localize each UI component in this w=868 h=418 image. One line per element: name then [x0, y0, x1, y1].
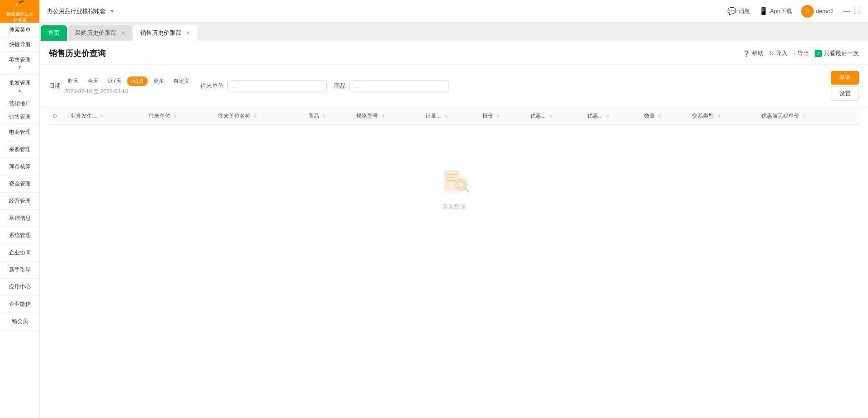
sort-icon-9: ⇅ [606, 114, 609, 119]
app-name: 畅捷通好生意 [6, 11, 33, 17]
th-price[interactable]: 报价 ⇅ [479, 108, 527, 125]
unit-input[interactable]: ... [227, 81, 327, 91]
pill-1month[interactable]: 近1月 [127, 76, 148, 86]
th-unit-measure[interactable]: 计量... ⇅ [422, 108, 479, 125]
pill-more[interactable]: 更多 [150, 76, 168, 86]
goods-placeholder: ... [354, 83, 359, 89]
topbar-title: 办公用品行业模拟账套 [47, 7, 106, 15]
tab-sales-label: 销售历史价跟踪 [140, 29, 181, 37]
sidebar-label-wechat: 企业微信 [9, 300, 31, 308]
th-unit[interactable]: 往来单位 ⇅ [145, 108, 214, 125]
maximize-button[interactable]: ⛶ [854, 7, 861, 15]
sidebar-item-wholesale[interactable]: 批发管理 ▲ [0, 75, 39, 97]
sidebar-item-enterprise[interactable]: 企业协同 [0, 244, 39, 261]
settings-button[interactable]: 设置 [831, 86, 859, 101]
sidebar-label-enterprise: 企业协同 [9, 249, 31, 256]
sort-icon-12: ⇅ [802, 114, 806, 119]
tab-purchase-history[interactable]: 采购历史价跟踪 ✕ [68, 25, 132, 41]
empty-text: 暂无数据 [442, 203, 466, 211]
sidebar-group-wechat: 企业微信 [0, 296, 39, 313]
sidebar-item-marketing[interactable]: 营销推广 [0, 97, 39, 110]
sidebar-item-retail[interactable]: 零售管理 ▼ [0, 52, 39, 74]
tab-home[interactable]: 首页 [41, 25, 67, 41]
gear-icon[interactable]: ⚙ [52, 113, 57, 119]
sidebar-item-appcenter[interactable]: 应用中心 [0, 279, 39, 295]
th-trade-type-label: 交易类型 [692, 113, 714, 119]
sidebar: 🍊 畅捷通好生意 标准版 搜索菜单 快捷导航 零售管理 ▼ 批发管理 ▲ 营销推… [0, 0, 40, 418]
sort-icon-6: ⇅ [444, 114, 448, 119]
th-pre-discount-price[interactable]: 优惠前无税单价 ⇅ [758, 108, 859, 125]
sidebar-label-member: 畅会员 [12, 318, 28, 325]
sort-icon-4: ⇅ [322, 114, 326, 119]
tab-sales-history[interactable]: 销售历史价跟踪 ✕ [133, 25, 197, 41]
sidebar-item-guide[interactable]: 新手引导 [0, 261, 39, 278]
th-goods-label: 商品 [308, 113, 319, 119]
sidebar-group-enterprise: 企业协同 [0, 244, 39, 261]
pill-custom[interactable]: 自定义 [170, 76, 193, 86]
th-qty[interactable]: 数量 ⇅ [641, 108, 689, 125]
sidebar-label-purchase: 采购管理 [9, 146, 31, 153]
export-button[interactable]: ↑ 导出 [793, 49, 810, 57]
app-download-button[interactable]: 📱 App下载 [759, 7, 792, 15]
user-profile[interactable]: D demo2 [801, 5, 834, 18]
export-label: 导出 [797, 49, 809, 57]
tab-purchase-label: 采购历史价跟踪 [75, 29, 116, 37]
sidebar-group-wholesale: 批发管理 ▲ 营销推广 销售管理 [0, 75, 39, 124]
sidebar-item-wechat[interactable]: 企业微信 [0, 296, 39, 313]
sidebar-label-finance: 资金管理 [9, 180, 31, 188]
topbar-dropdown-icon[interactable]: ▼ [109, 8, 115, 14]
th-spec-label: 规格型号 [356, 113, 378, 119]
pill-today[interactable]: 今天 [84, 76, 102, 86]
goods-input[interactable]: ... [349, 81, 449, 91]
sidebar-group-management: 经营管理 [0, 193, 39, 210]
tab-sales-close-icon[interactable]: ✕ [186, 30, 190, 36]
svg-rect-4 [447, 180, 456, 181]
svg-rect-3 [447, 177, 455, 178]
sidebar-item-management[interactable]: 经营管理 [0, 193, 39, 209]
logo-icon: 🍊 [14, 0, 25, 11]
sidebar-item-finance[interactable]: 资金管理 [0, 176, 39, 192]
data-table: ⚙ 业务发生... ⇅ 往来单位 ⇅ 往来单位名称 ⇅ [49, 108, 859, 125]
sidebar-label-wholesale: 批发管理 [9, 79, 31, 87]
th-trade-type[interactable]: 交易类型 ⇅ [689, 108, 758, 125]
sidebar-item-inventory[interactable]: 库存核算 [0, 158, 39, 175]
th-settings: ⚙ [49, 108, 67, 125]
query-button[interactable]: 查询 [831, 71, 859, 85]
import-button[interactable]: ↻ 导入 [769, 49, 788, 57]
search-menu[interactable]: 搜索菜单 [0, 23, 39, 38]
empty-state: 暂无数据 [40, 125, 868, 247]
th-unit-name[interactable]: 往来单位名称 ⇅ [214, 108, 305, 125]
sidebar-label-appcenter: 应用中心 [9, 283, 31, 291]
filter-buttons: 查询 设置 [831, 71, 859, 101]
sidebar-group-appcenter: 应用中心 [0, 279, 39, 296]
th-discount1[interactable]: 优惠... ⇅ [527, 108, 584, 125]
tab-purchase-close-icon[interactable]: ✕ [121, 30, 125, 36]
help-label: 帮助 [752, 49, 764, 57]
th-goods[interactable]: 商品 ⇅ [305, 108, 353, 125]
sidebar-item-sales-mgmt[interactable]: 销售管理 [0, 110, 39, 124]
only-last-toggle[interactable]: ✓ 只看最后一次 [815, 49, 859, 57]
help-button[interactable]: ❓ 帮助 [743, 49, 764, 57]
shortcut-nav[interactable]: 快捷导航 [0, 38, 39, 52]
sidebar-item-purchase[interactable]: 采购管理 [0, 141, 39, 158]
sort-icon-3: ⇅ [253, 114, 257, 119]
sidebar-item-system[interactable]: 系统管理 [0, 227, 39, 244]
sort-icon-11: ⇅ [717, 114, 721, 119]
minimize-button[interactable]: — [843, 7, 850, 15]
filter-goods: 商品 ... [334, 81, 449, 91]
window-controls: — ⛶ [843, 7, 861, 15]
sidebar-item-member[interactable]: 畅会员 [0, 313, 39, 330]
sidebar-group-inventory: 库存核算 [0, 158, 39, 176]
sidebar-item-ecommerce[interactable]: 电商管理 [0, 124, 39, 141]
pill-yesterday[interactable]: 昨天 [64, 76, 82, 86]
tab-home-label: 首页 [48, 29, 60, 37]
th-discount2[interactable]: 优惠... ⇅ [584, 108, 641, 125]
only-last-checkbox[interactable]: ✓ [815, 50, 822, 57]
message-button[interactable]: 💬 消息 [727, 7, 750, 15]
th-date[interactable]: 业务发生... ⇅ [67, 108, 145, 125]
sort-icon-10: ⇅ [658, 114, 661, 119]
pill-7days[interactable]: 近7天 [104, 76, 125, 86]
th-spec[interactable]: 规格型号 ⇅ [353, 108, 422, 125]
sidebar-item-basic[interactable]: 基础信息 [0, 210, 39, 227]
export-icon: ↑ [793, 50, 796, 57]
